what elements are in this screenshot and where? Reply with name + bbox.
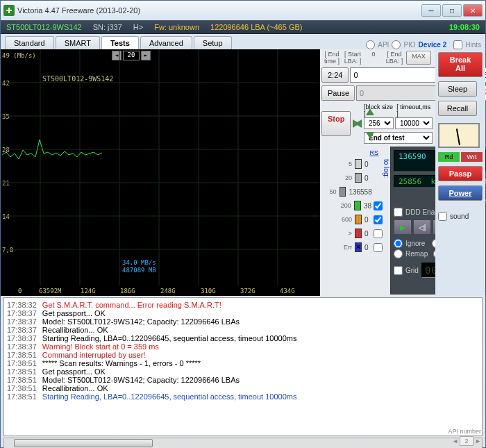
api-down-button[interactable]: ◄ [452, 438, 458, 445]
vu-meter [438, 123, 480, 148]
recall-button[interactable]: Recall [438, 101, 477, 116]
api-radio[interactable] [366, 40, 375, 49]
log-line: 17:38:37Model: ST500LT012-9WS142; Capaci… [7, 317, 479, 326]
graph-speed-info: 34,0 MB/s487089 MB [122, 259, 156, 275]
log-line: 17:38:51***** Scan results: Warnings - 1… [7, 359, 479, 367]
passp-button[interactable]: Passp [438, 166, 483, 181]
app-window: Victoria 4.47 Freeware (2013-02-20) ─ □ … [0, 0, 486, 448]
sound-checkbox[interactable] [438, 212, 447, 221]
stop-button[interactable]: Stop [321, 111, 351, 136]
content-area: ◄ 20 ► 49 (Mb/s) 42 35 28 21 14 7,0 ST50… [1, 49, 485, 296]
block-swatch: ✕ [355, 242, 362, 252]
block-swatch [355, 229, 362, 238]
block-row: 20038 [323, 201, 381, 210]
log-line: 17:38:32Get S.M.A.R.T. command... Error … [7, 301, 479, 309]
serial-label: SN: j337 [93, 23, 122, 31]
clock: 19:08:30 [449, 23, 480, 31]
scrollbar-thumb[interactable] [14, 439, 153, 447]
nav-down-icon[interactable] [366, 132, 374, 139]
play-button[interactable]: ▶ [394, 219, 412, 235]
break-button[interactable]: Break All [438, 52, 483, 77]
model-label: ST500LT012-9WS142 [6, 23, 82, 31]
sleep-button[interactable]: Sleep [438, 81, 477, 97]
nav-up-icon[interactable] [366, 108, 374, 115]
speed-graph: ◄ 20 ► 49 (Mb/s) 42 35 28 21 14 7,0 ST50… [1, 49, 320, 296]
log-line: 17:38:51Get passport... OK [7, 367, 479, 376]
block-log-checkbox[interactable] [374, 215, 383, 224]
log-pane[interactable]: 17:38:32Get S.M.A.R.T. command... Error … [3, 297, 483, 436]
hints-checkbox[interactable] [453, 40, 462, 49]
endtime-button[interactable]: 2:24 [321, 67, 349, 83]
tolog-label: to log: [383, 159, 390, 178]
window-title: Victoria 4.47 Freeware (2013-02-20) [17, 6, 419, 15]
ddd-checkbox[interactable] [394, 208, 403, 217]
block-row: Err✕0 [323, 242, 381, 252]
block-stats: RS 5020050136558200386000>0Err✕0 [321, 147, 383, 294]
remap-radio[interactable] [394, 249, 403, 258]
rs-link[interactable]: RS [323, 149, 381, 156]
pause-button[interactable]: Pause [321, 85, 355, 101]
nav-right-icon[interactable] [353, 119, 360, 128]
block-swatch [340, 187, 346, 197]
lba-label: 122096646 LBA (~465 GB) [210, 23, 302, 31]
tab-standard[interactable]: Standard [5, 36, 54, 49]
control-pane: [ End time ] [ Start LBA: ] 0 [ End LBA:… [320, 49, 435, 296]
maximize-button[interactable]: □ [442, 4, 462, 17]
block-log-checkbox[interactable] [374, 201, 383, 210]
api-number-corner: API number ◄ 2 ► [448, 428, 481, 446]
log-line: 17:38:37Starting Reading, LBA=0..1220966… [7, 334, 479, 342]
device-mode-group: API PIO Device 2 Hints [366, 40, 481, 49]
log-line: 17:38:37Get passport... OK [7, 309, 479, 317]
sidebar: Break All Sleep Recall RdWrt Passp Power… [435, 49, 485, 296]
minimize-button[interactable]: ─ [421, 4, 441, 17]
device-label[interactable]: Device 2 [419, 41, 447, 49]
power-button[interactable]: Power [438, 185, 483, 201]
block-log-checkbox[interactable] [374, 229, 383, 238]
log-line: 17:38:51Command interrupted by user! [7, 351, 479, 359]
tab-setup[interactable]: Setup [194, 36, 232, 49]
pio-radio[interactable] [392, 40, 401, 49]
grid-checkbox[interactable] [394, 266, 403, 275]
infobar: ST500LT012-9WS142 SN: j337 H> Fw: unknow… [1, 20, 485, 34]
close-button[interactable]: ✕ [463, 4, 483, 17]
log-line: 17:38:51Starting Reading, LBA=0..1220966… [7, 392, 479, 401]
block-swatch [355, 159, 362, 169]
log-line: 17:38:51Recallibration... OK [7, 384, 479, 392]
hdr-label: H> [133, 23, 143, 31]
block-swatch [355, 215, 362, 224]
block-row: 50 [323, 159, 381, 169]
graph-svg [1, 49, 320, 285]
block-swatch [354, 201, 361, 210]
block-swatch [355, 173, 362, 183]
block-row: >0 [323, 229, 381, 238]
ignore-radio[interactable] [394, 239, 403, 248]
max-button[interactable]: MAX [406, 51, 431, 65]
nav-dpad [353, 107, 361, 140]
log-line: 17:38:51Model: ST500LT012-9WS142; Capaci… [7, 376, 479, 384]
block-row: 200 [323, 173, 381, 183]
log-line: 17:38:37Warning! Block start at 0 = 359 … [7, 342, 479, 351]
block-row: 6000 [323, 215, 381, 224]
timeout-select[interactable]: 10000 [395, 117, 433, 129]
log-hscrollbar[interactable] [3, 438, 483, 448]
tab-smart[interactable]: SMART [56, 36, 100, 49]
block-log-checkbox[interactable] [374, 243, 383, 252]
tabrow: Standard SMART Tests Advanced Setup API … [1, 34, 485, 49]
tab-advanced[interactable]: Advanced [140, 36, 192, 49]
firmware-label: Fw: unknown [154, 23, 199, 31]
titlebar: Victoria 4.47 Freeware (2013-02-20) ─ □ … [1, 1, 485, 20]
prev-button[interactable]: ◁| [413, 219, 431, 235]
api-number-value: 2 [460, 436, 474, 446]
api-up-button[interactable]: ► [475, 438, 481, 445]
app-icon [3, 5, 15, 16]
tab-tests[interactable]: Tests [101, 36, 139, 49]
block-row: 50136558 [323, 187, 381, 197]
log-line: 17:38:37Recallibration... OK [7, 326, 479, 334]
blocksize-select[interactable]: 256 [364, 117, 394, 129]
rd-wrt-indicator: RdWrt [438, 152, 483, 162]
